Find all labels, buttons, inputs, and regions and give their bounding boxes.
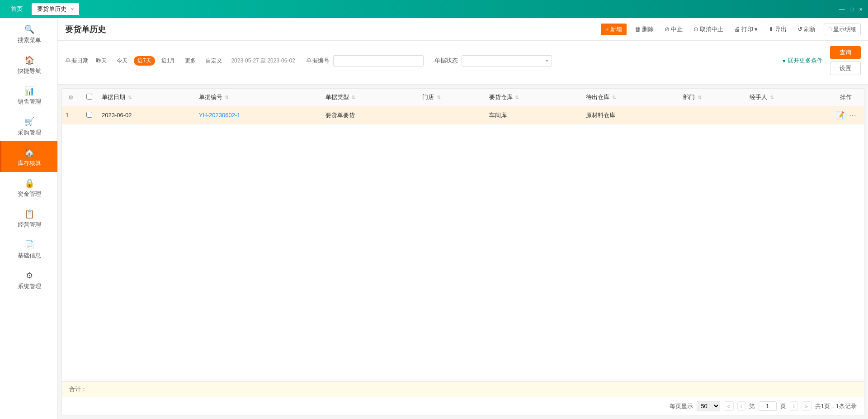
date-tag-today[interactable]: 今天: [113, 56, 131, 66]
col-date-sort-icon[interactable]: ⇅: [128, 95, 132, 100]
sidebar-item-system-label: 系统管理: [18, 282, 41, 290]
new-button-label: + 新增: [605, 25, 622, 33]
table-checkbox-col[interactable]: [80, 89, 98, 106]
cell-store: [419, 106, 485, 124]
col-req-warehouse-sort-icon[interactable]: ⇅: [515, 95, 519, 100]
first-page-btn[interactable]: «: [724, 401, 733, 411]
next-page-btn[interactable]: ›: [790, 401, 798, 411]
col-bill-no-sort-icon[interactable]: ⇅: [225, 95, 229, 100]
top-bar: 首页 要货单历史 × — □ ×: [0, 0, 868, 18]
date-filter-label: 单据日期: [65, 57, 89, 65]
total-info: 共1页，1条记录: [815, 402, 857, 410]
sidebar-item-basic-info-label: 基础信息: [18, 252, 41, 260]
query-button[interactable]: 查询: [830, 46, 861, 59]
col-bill-type-sort-icon[interactable]: ⇅: [351, 95, 355, 100]
refresh-button[interactable]: ↺ 刷新: [795, 24, 818, 35]
chevron-down-icon: ▾: [783, 57, 786, 64]
tab-close-icon[interactable]: ×: [71, 6, 74, 12]
cell-checkbox[interactable]: [80, 106, 98, 124]
date-tag-yesterday[interactable]: 昨天: [92, 56, 110, 66]
col-handler-sort-icon[interactable]: ⇅: [770, 95, 774, 100]
cancel-stop-button-label: 取消中止: [700, 25, 723, 33]
print-button[interactable]: 🖨 打印 ▾: [731, 24, 760, 35]
checkbox-icon: □: [828, 26, 831, 33]
col-pending-warehouse-label: 待出仓库: [586, 94, 609, 100]
col-store-sort-icon[interactable]: ⇅: [437, 95, 441, 100]
prev-page-btn[interactable]: ‹: [737, 401, 745, 411]
per-page-select[interactable]: 50 10 20 100: [697, 401, 720, 411]
inventory-icon: 🏠: [24, 148, 34, 157]
sidebar-item-inventory[interactable]: 🏠 库存核算: [0, 141, 57, 172]
close-icon[interactable]: ×: [859, 6, 863, 13]
print-icon: 🖨: [734, 26, 740, 33]
bill-no-label: 单据编号: [306, 57, 330, 65]
stop-icon: ⊘: [665, 26, 670, 33]
sidebar-item-purchase[interactable]: 🛒 采购管理: [0, 110, 57, 141]
stop-button[interactable]: ⊘ 中止: [662, 24, 685, 35]
main-content: 要货单历史 + 新增 🗑 删除 ⊘ 中止 ⊙ 取消中止 🖨: [58, 18, 868, 419]
toolbar: + 新增 🗑 删除 ⊘ 中止 ⊙ 取消中止 🖨 打印 ▾: [601, 24, 861, 35]
filter-row-1: 单据日期 昨天 今天 近7天 近1月 更多 自定义 2023-05-27 至 2…: [65, 46, 861, 75]
expand-more-btn[interactable]: ▾ 展开更多条件: [779, 56, 826, 66]
sidebar: 🔍 搜索菜单 🏠 快捷导航 📊 销售管理 🛒 采购管理 🏠 库存核算 🔒 资金管…: [0, 18, 58, 419]
sidebar-item-sales[interactable]: 📊 销售管理: [0, 80, 57, 110]
row-checkbox[interactable]: [86, 112, 92, 118]
status-select[interactable]: [462, 55, 552, 67]
page-input[interactable]: [759, 401, 777, 411]
summary-label: 合计：: [69, 386, 87, 392]
print-button-label: 打印: [741, 25, 753, 33]
minimize-icon[interactable]: —: [839, 6, 845, 13]
status-filter: 单据状态: [434, 55, 552, 67]
col-pending-warehouse-sort-icon[interactable]: ⇅: [612, 95, 616, 100]
page-header: 要货单历史 + 新增 🗑 删除 ⊘ 中止 ⊙ 取消中止 🖨: [58, 18, 868, 41]
date-tag-7days[interactable]: 近7天: [134, 56, 155, 66]
row-more-icon[interactable]: ⋯: [848, 110, 857, 120]
col-bill-no: 单据编号 ⇅: [195, 89, 322, 106]
sidebar-item-system[interactable]: ⚙ 系统管理: [0, 264, 57, 295]
window-controls: — □ ×: [839, 6, 863, 13]
sidebar-item-search-menu[interactable]: 🔍 搜索菜单: [0, 18, 57, 49]
search-menu-icon: 🔍: [24, 24, 34, 34]
display-detail-toggle[interactable]: □ 显示明细: [824, 24, 861, 35]
last-page-btn[interactable]: »: [802, 401, 811, 411]
tab-home[interactable]: 首页: [5, 3, 28, 15]
col-date-label: 单据日期: [102, 94, 125, 100]
table-header-row: ⚙ 单据日期 ⇅ 单据编号 ⇅ 单据类型: [62, 89, 864, 106]
bill-no-input[interactable]: [333, 55, 424, 67]
bill-no-link[interactable]: YH-20230602-1: [199, 112, 241, 119]
export-button[interactable]: ⬆ 导出: [766, 24, 789, 35]
date-tag-custom[interactable]: 自定义: [202, 56, 226, 66]
status-label: 单据状态: [434, 57, 458, 65]
col-dept-sort-icon[interactable]: ⇅: [698, 95, 702, 100]
col-actions-label: 操作: [840, 94, 852, 100]
sidebar-item-operations[interactable]: 📋 经营管理: [0, 203, 57, 233]
new-button[interactable]: + 新增: [601, 24, 627, 35]
tab-bill-history[interactable]: 要货单历史 ×: [32, 3, 79, 15]
sidebar-item-inventory-label: 库存核算: [18, 159, 41, 167]
delete-button[interactable]: 🗑 删除: [632, 24, 656, 35]
sidebar-item-operations-label: 经营管理: [18, 221, 41, 229]
col-dept-label: 部门: [683, 94, 695, 100]
date-filter-tags: 昨天 今天 近7天 近1月 更多 自定义: [92, 56, 226, 66]
finance-icon: 🔒: [24, 178, 34, 188]
cancel-stop-icon: ⊙: [693, 26, 698, 33]
export-icon: ⬆: [769, 26, 774, 33]
maximize-icon[interactable]: □: [850, 6, 854, 13]
setting-button[interactable]: 设置: [830, 62, 861, 75]
cell-bill-type: 要货单要货: [322, 106, 419, 124]
date-tag-more[interactable]: 更多: [181, 56, 199, 66]
cell-no: 1: [62, 106, 80, 124]
sidebar-item-finance[interactable]: 🔒 资金管理: [0, 172, 57, 203]
sidebar-item-basic-info[interactable]: 📄 基础信息: [0, 233, 57, 264]
refresh-button-label: 刷新: [804, 25, 816, 33]
sidebar-item-quick-nav[interactable]: 🏠 快捷导航: [0, 49, 57, 80]
tab-home-label: 首页: [11, 5, 23, 13]
row-edit-icon[interactable]: 📝: [835, 110, 845, 120]
date-tag-1month[interactable]: 近1月: [158, 56, 179, 66]
table-settings-col[interactable]: ⚙: [62, 89, 80, 106]
select-all-checkbox[interactable]: [86, 94, 92, 100]
pagination-bar: 每页显示 50 10 20 100 « ‹ 第 页 › » 共1页，1条记录: [62, 397, 864, 415]
col-bill-no-label: 单据编号: [199, 94, 222, 100]
sidebar-item-search-menu-label: 搜索菜单: [18, 36, 41, 44]
cancel-stop-button[interactable]: ⊙ 取消中止: [691, 24, 726, 35]
